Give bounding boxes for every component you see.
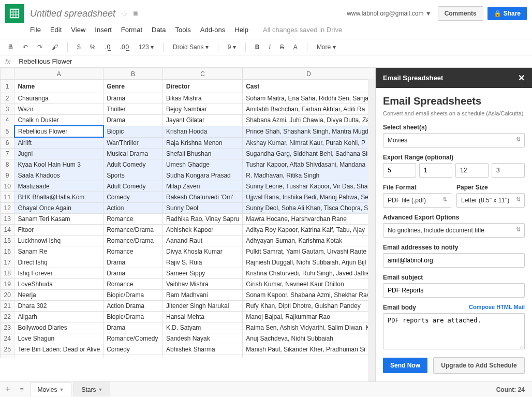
cell[interactable]: Akshay Kumar, Nimrat Kaur, Purab Kohli, … bbox=[243, 137, 375, 149]
share-button[interactable]: 🔒 Share bbox=[487, 7, 527, 20]
cell[interactable]: War/Thriller bbox=[104, 137, 163, 149]
cell[interactable]: Prince Shah, Shashank Singh, Mantra Mugd bbox=[243, 126, 375, 137]
email-addresses-input[interactable] bbox=[383, 253, 525, 268]
cell[interactable]: Manoj Bajpai, Rajkummar Rao bbox=[243, 312, 375, 322]
range-input-3[interactable] bbox=[455, 163, 489, 178]
row-header-21[interactable]: 21 bbox=[1, 301, 14, 312]
tab-stars[interactable]: Stars▼ bbox=[73, 383, 110, 396]
row-header-3[interactable]: 3 bbox=[1, 104, 14, 115]
cell[interactable]: Love Shagun bbox=[14, 333, 104, 344]
cell[interactable]: Raima Sen, Ashish Vidyarthi, Salim Diwan… bbox=[243, 322, 375, 333]
fx-value[interactable]: Rebellious Flower bbox=[19, 57, 72, 65]
cell[interactable]: Romance/Drama bbox=[104, 236, 163, 246]
cell[interactable]: Umesh Ghadge bbox=[162, 159, 242, 170]
select-sheets[interactable]: Movies bbox=[383, 133, 525, 148]
cell[interactable]: Thriller bbox=[104, 104, 163, 115]
cell[interactable]: Jayant Gilatar bbox=[162, 115, 242, 126]
row-header-19[interactable]: 19 bbox=[1, 279, 14, 290]
cell[interactable]: Musical Drama bbox=[104, 149, 163, 159]
cell[interactable]: Sanam Teri Kasam bbox=[14, 214, 104, 225]
email-body-textarea[interactable]: PDF reports are attached. bbox=[383, 313, 525, 349]
cell[interactable]: Hansal Mehta bbox=[162, 312, 242, 322]
text-color-icon[interactable]: A bbox=[291, 42, 300, 52]
cell[interactable]: Sanam Re bbox=[14, 246, 104, 257]
range-input-2[interactable] bbox=[419, 163, 452, 178]
redo-icon[interactable]: ↷ bbox=[35, 42, 45, 52]
cell[interactable]: Romance bbox=[104, 279, 163, 290]
decimal-increase-icon[interactable]: .00̲ bbox=[118, 42, 131, 52]
cell[interactable]: Comedy bbox=[104, 192, 163, 203]
cell[interactable]: Kyaa Kool Hain Hum 3 bbox=[14, 159, 104, 170]
cell[interactable]: Bikas Mishra bbox=[162, 93, 242, 104]
row-header-18[interactable]: 18 bbox=[1, 268, 14, 279]
cell[interactable]: Adult Comedy bbox=[104, 181, 163, 192]
bold-icon[interactable]: B bbox=[253, 42, 262, 52]
cell[interactable]: Sunny Deol bbox=[162, 203, 242, 214]
cell[interactable]: Bollywood Diaries bbox=[14, 322, 104, 333]
select-all-cell[interactable] bbox=[1, 68, 14, 80]
all-sheets-icon[interactable]: ≡ bbox=[16, 386, 28, 393]
row-header-23[interactable]: 23 bbox=[1, 322, 14, 333]
cell[interactable]: Ishq Forever bbox=[14, 268, 104, 279]
cell[interactable]: Sudha Kongara Prasad bbox=[162, 170, 242, 181]
row-header-26[interactable]: 26 bbox=[1, 355, 14, 358]
vertical-scrollbar[interactable] bbox=[368, 79, 375, 387]
row-header-16[interactable]: 16 bbox=[1, 246, 14, 257]
cell[interactable]: Ujjwal Rana, Inshika Bedi, Manoj Pahwa, … bbox=[243, 192, 375, 203]
chevron-down-icon[interactable]: ▼ bbox=[60, 387, 64, 392]
menu-edit[interactable]: Edit bbox=[50, 26, 62, 34]
cell[interactable]: Drama bbox=[104, 268, 163, 279]
cell[interactable]: Direct Ishq bbox=[14, 257, 104, 268]
cell[interactable]: Abhishek Sharma bbox=[162, 344, 242, 355]
cell[interactable]: Sports bbox=[104, 170, 163, 181]
cell[interactable]: LoveShhuda bbox=[14, 279, 104, 290]
col-header-C[interactable]: C bbox=[162, 68, 242, 80]
row-header-6[interactable]: 6 bbox=[1, 137, 14, 149]
font-size[interactable]: 9 ▾ bbox=[226, 42, 238, 52]
tab-movies[interactable]: Movies▼ bbox=[30, 383, 72, 396]
paper-size-select[interactable]: Letter (8.5" x 11") bbox=[456, 193, 525, 208]
decimal-decrease-icon[interactable]: .0̲ bbox=[102, 42, 112, 52]
row-header-14[interactable]: 14 bbox=[1, 225, 14, 236]
cell[interactable]: R. Madhavan, Ritika Singh bbox=[243, 170, 375, 181]
row-header-24[interactable]: 24 bbox=[1, 333, 14, 344]
cell[interactable]: Vicky Kaushal, Sarah Jane Dias, Raghav C… bbox=[243, 355, 375, 358]
range-input-1[interactable] bbox=[383, 163, 416, 178]
cell[interactable]: Drama bbox=[104, 322, 163, 333]
col-header-A[interactable]: A bbox=[14, 68, 104, 80]
more-toolbar[interactable]: More ▾ bbox=[315, 42, 338, 52]
close-icon[interactable]: ✕ bbox=[518, 73, 525, 83]
strike-icon[interactable]: S bbox=[278, 42, 286, 52]
menu-data[interactable]: Data bbox=[152, 26, 166, 34]
cell[interactable]: BHK Bhalla@Halla.Kom bbox=[14, 192, 104, 203]
cell[interactable]: Chauranga bbox=[14, 93, 104, 104]
currency-icon[interactable]: $ bbox=[75, 42, 83, 52]
cell[interactable]: Mawra Hocane, Harshvardhan Rane bbox=[243, 214, 375, 225]
row-header-8[interactable]: 8 bbox=[1, 159, 14, 170]
cell[interactable]: Romance bbox=[104, 214, 163, 225]
cell[interactable]: Wazir bbox=[14, 104, 104, 115]
cell[interactable]: Luckhnowi Ishq bbox=[14, 236, 104, 246]
cell[interactable]: Aligarh bbox=[14, 312, 104, 322]
cell[interactable]: Rakesh Chaturvedi 'Om' bbox=[162, 192, 242, 203]
cell[interactable]: Airlift bbox=[14, 137, 104, 149]
comments-button[interactable]: Comments bbox=[438, 6, 483, 21]
cell[interactable]: Girish Kumar, Navneet Kaur Dhillon bbox=[243, 279, 375, 290]
cell[interactable]: Sonam Kapoor, Shabana Azmi, Shekhar Rav bbox=[243, 290, 375, 301]
cell[interactable]: Anuj Sachdeva, Nidhi Subbaiah bbox=[243, 333, 375, 344]
selection-count[interactable]: Count: 24 bbox=[496, 386, 525, 393]
row-header-5[interactable]: 5 bbox=[1, 126, 14, 137]
menu-format[interactable]: Format bbox=[121, 26, 142, 34]
folder-icon[interactable]: ■ bbox=[133, 9, 138, 18]
cell[interactable]: Adhyayan Suman, Karishma Kotak bbox=[243, 236, 375, 246]
menu-view[interactable]: View bbox=[71, 26, 85, 34]
col-header-D[interactable]: D bbox=[243, 68, 375, 80]
menu-insert[interactable]: Insert bbox=[95, 26, 112, 34]
cell[interactable]: Fitoor bbox=[14, 225, 104, 236]
cell[interactable]: K.D. Satyam bbox=[162, 322, 242, 333]
cell[interactable]: Romance bbox=[104, 246, 163, 257]
row-header-7[interactable]: 7 bbox=[1, 149, 14, 159]
cell[interactable]: Shefali Bhushan bbox=[162, 149, 242, 159]
cell[interactable]: Pulkit Samrat, Yami Gautam, Urvashi Raut… bbox=[243, 246, 375, 257]
cell[interactable]: Bejoy Nambiar bbox=[162, 104, 242, 115]
